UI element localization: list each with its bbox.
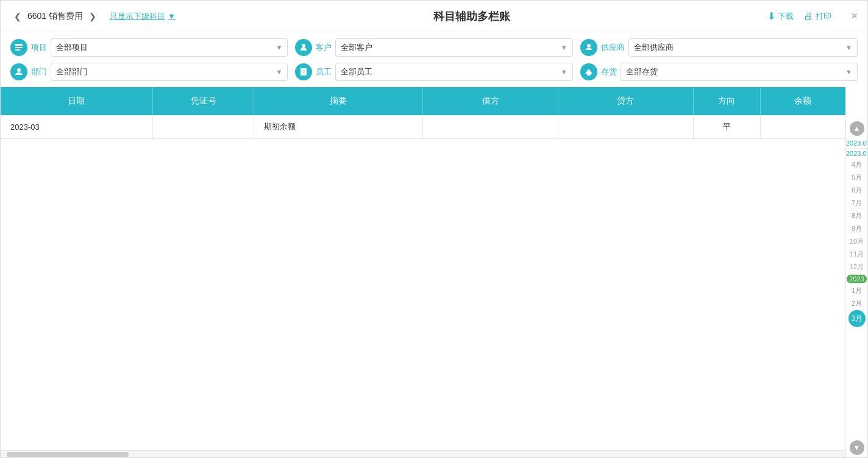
print-label: 打印 <box>816 11 831 22</box>
employee-label: 员工 <box>316 66 332 77</box>
col-date: 日期 <box>1 87 152 115</box>
svg-rect-6 <box>587 74 591 76</box>
dept-value: 全部部门 <box>56 66 88 77</box>
prev-account-btn[interactable]: ❮ <box>10 10 25 23</box>
show-sub-label: 只显示下级科目 <box>110 11 165 22</box>
employee-value: 全部员工 <box>341 66 372 77</box>
col-debit: 借方 <box>423 87 558 115</box>
dept-icon <box>10 63 27 80</box>
svg-rect-0 <box>15 44 23 46</box>
sidebar-period-1[interactable]: 2023.03 <box>846 138 867 149</box>
year-badge: 2023 <box>847 275 866 283</box>
cell-debit <box>423 115 558 139</box>
supplier-select[interactable]: 全部供应商 ▼ <box>628 38 858 57</box>
col-direction: 方向 <box>693 87 761 115</box>
next-account-btn[interactable]: ❯ <box>85 10 100 23</box>
filter-row-1: 项目 全部项目 ▼ 客户 全部客户 ▼ 供应 <box>10 38 858 57</box>
customer-select[interactable]: 全部客户 ▼ <box>335 38 572 57</box>
svg-rect-5 <box>301 68 307 76</box>
supplier-icon <box>580 39 597 56</box>
cell-balance <box>761 115 845 139</box>
customer-value: 全部客户 <box>341 42 372 53</box>
supplier-value: 全部供应商 <box>634 42 674 53</box>
svg-rect-2 <box>15 49 20 51</box>
customer-arrow: ▼ <box>561 44 567 51</box>
dept-label: 部门 <box>31 66 47 77</box>
supplier-arrow: ▼ <box>845 44 852 51</box>
sidebar-month-2[interactable]: 2月 <box>846 297 867 310</box>
customer-label: 客户 <box>316 42 332 53</box>
sidebar-month-7[interactable]: 7月 <box>846 197 867 210</box>
cell-summary: 期初余额 <box>254 115 423 139</box>
sidebar-month-12[interactable]: 12月 <box>846 261 867 273</box>
download-icon: ⬇ <box>767 10 775 22</box>
print-icon: 🖨 <box>803 11 813 22</box>
table-header-row: 日期 凭证号 摘要 借方 贷方 方向 余额 <box>1 87 845 115</box>
sidebar-down-btn[interactable]: ▼ <box>850 440 864 455</box>
cell-direction: 平 <box>693 115 761 139</box>
page-title: 科目辅助多栏账 <box>176 9 768 24</box>
sidebar-month-9[interactable]: 9月 <box>846 222 867 235</box>
sidebar-month-4[interactable]: 4月 <box>846 158 867 171</box>
inventory-arrow: ▼ <box>845 68 852 76</box>
project-label: 项目 <box>31 42 47 53</box>
sidebar-month-8[interactable]: 8月 <box>846 210 867 222</box>
top-bar: ❮ 6601 销售费用 ❯ 只显示下级科目 ▼ 科目辅助多栏账 ⬇ 下载 🖨 打… <box>1 1 867 32</box>
cell-voucher <box>152 115 254 139</box>
filter-supplier: 供应商 全部供应商 ▼ <box>580 38 858 57</box>
sidebar-month-10[interactable]: 10月 <box>846 235 867 248</box>
project-select[interactable]: 全部项目 ▼ <box>51 38 288 57</box>
inventory-select[interactable]: 全部存货 ▼ <box>621 63 858 81</box>
show-sub-chevron: ▼ <box>168 12 176 21</box>
horizontal-scrollbar[interactable] <box>1 450 845 457</box>
toolbar-right: ⬇ 下载 🖨 打印 × <box>767 10 858 23</box>
cell-date: 2023-03 <box>1 115 152 139</box>
project-arrow: ▼ <box>276 44 282 51</box>
sidebar-month-3-active[interactable]: 3月 <box>848 310 866 327</box>
account-code: 6601 销售费用 <box>27 11 83 22</box>
cell-credit <box>558 115 693 139</box>
download-btn[interactable]: ⬇ 下载 <box>767 10 794 22</box>
filter-inventory: 存货 全部存货 ▼ <box>580 63 858 81</box>
main-window: ❮ 6601 销售费用 ❯ 只显示下级科目 ▼ 科目辅助多栏账 ⬇ 下载 🖨 打… <box>0 0 868 458</box>
filter-employee: 员工 全部员工 ▼ <box>295 63 572 81</box>
svg-rect-1 <box>15 47 23 48</box>
right-sidebar: ▲ 2023.03 2023.03 4月 5月 6月 7月 8月 9月 10月 … <box>845 119 867 457</box>
ledger-table: 日期 凭证号 摘要 借方 贷方 方向 余额 2023-03 期初余额 <box>1 87 845 139</box>
sidebar-month-1[interactable]: 1月 <box>846 284 867 297</box>
table-row: 2023-03 期初余额 平 <box>1 115 845 139</box>
employee-arrow: ▼ <box>561 68 567 76</box>
filter-row-2: 部门 全部部门 ▼ 员工 全部员工 ▼ 存货 <box>10 63 858 81</box>
inventory-label: 存货 <box>601 66 617 77</box>
col-voucher: 凭证号 <box>152 87 254 115</box>
svg-point-3 <box>587 44 591 48</box>
download-label: 下载 <box>778 11 794 22</box>
filter-area: 项目 全部项目 ▼ 客户 全部客户 ▼ 供应 <box>1 32 867 87</box>
filter-dept: 部门 全部部门 ▼ <box>10 63 288 81</box>
project-value: 全部项目 <box>56 42 88 53</box>
employee-select[interactable]: 全部员工 ▼ <box>335 63 572 81</box>
svg-point-4 <box>17 68 21 72</box>
table-container: 日期 凭证号 摘要 借方 贷方 方向 余额 2023-03 期初余额 <box>1 87 845 450</box>
sidebar-period-2[interactable]: 2023.03 <box>846 149 867 158</box>
scroll-thumb[interactable] <box>7 452 129 457</box>
show-sub-toggle[interactable]: 只显示下级科目 ▼ <box>110 11 176 22</box>
customer-icon <box>295 39 312 56</box>
col-credit: 贷方 <box>558 87 693 115</box>
sidebar-month-11[interactable]: 11月 <box>846 248 867 261</box>
inventory-value: 全部存货 <box>626 66 658 77</box>
filter-customer: 客户 全部客户 ▼ <box>295 38 572 57</box>
close-btn[interactable]: × <box>851 10 858 23</box>
filter-project: 项目 全部项目 ▼ <box>10 38 288 57</box>
print-btn[interactable]: 🖨 打印 <box>803 11 831 22</box>
supplier-label: 供应商 <box>601 42 625 53</box>
sidebar-month-5[interactable]: 5月 <box>846 171 867 184</box>
dept-select[interactable]: 全部部门 ▼ <box>51 63 288 81</box>
col-balance: 余额 <box>761 87 845 115</box>
sidebar-month-6[interactable]: 6月 <box>846 184 867 197</box>
sidebar-up-btn[interactable]: ▲ <box>850 121 864 136</box>
project-icon <box>10 39 27 56</box>
employee-icon <box>295 63 312 80</box>
inventory-icon <box>580 63 597 80</box>
col-summary: 摘要 <box>254 87 423 115</box>
